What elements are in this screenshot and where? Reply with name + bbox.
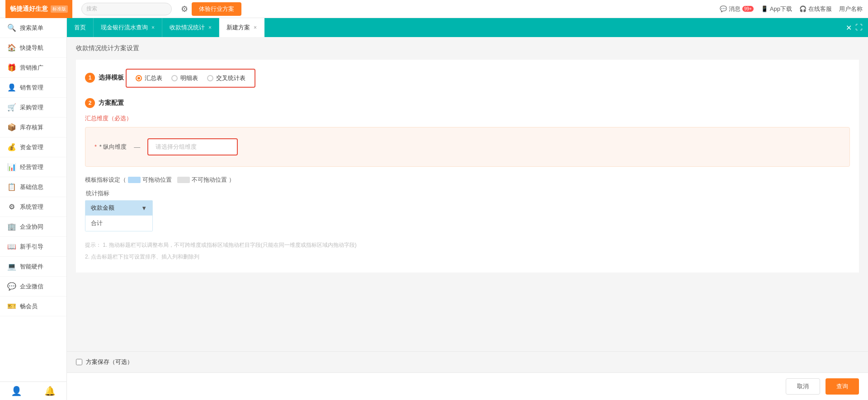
finance-icon: 💰 bbox=[7, 143, 16, 151]
sidebar-item-marketing[interactable]: 🎁营销推广 bbox=[0, 58, 66, 78]
tab-new-plan-close[interactable]: × bbox=[254, 24, 257, 31]
sales-icon: 👤 bbox=[7, 83, 16, 92]
enterprise-icon: 🏢 bbox=[7, 222, 16, 231]
dimension-label-text: 汇总维度（必选） bbox=[85, 115, 132, 122]
download-label: App下载 bbox=[770, 5, 792, 13]
download-btn[interactable]: 📱 App下载 bbox=[761, 5, 792, 13]
sidebar-item-finance[interactable]: 💰资金管理 bbox=[0, 137, 66, 157]
industry-btn[interactable]: 体验行业方案 bbox=[192, 2, 241, 16]
top-bar: 畅捷通好生意 标准版 搜索 ⚙ 体验行业方案 💬 消息 99+ 📱 App下载 … bbox=[0, 0, 868, 18]
radio-group-template: 汇总表 明细表 交叉统计表 bbox=[136, 74, 245, 82]
tab-expand-icon[interactable]: ⛶ bbox=[855, 24, 863, 32]
hint-1: 提示： 1. 拖动标题栏可以调整布局，不可跨维度或指标区域拖动栏目字段(只能在同… bbox=[85, 240, 850, 250]
metrics-dropdown-icon[interactable]: ▼ bbox=[141, 205, 147, 212]
radio-summary-circle bbox=[136, 75, 142, 81]
page-content: 收款情况统计方案设置 1 选择模板 汇总表 bbox=[67, 37, 868, 351]
step2-section: 2 方案配置 汇总维度（必选） * * 纵向维度 bbox=[85, 98, 850, 262]
home-label: 首页 bbox=[74, 24, 86, 32]
metrics-category-label: 统计指标 bbox=[85, 189, 157, 198]
sidebar-item-management[interactable]: 📊经营管理 bbox=[0, 157, 66, 177]
download-icon: 📱 bbox=[761, 5, 768, 12]
sidebar-item-purchase[interactable]: 🛒采购管理 bbox=[0, 98, 66, 118]
metrics-table-area: 统计指标 收款金额 ▼ 合计 bbox=[85, 189, 850, 231]
metrics-table-header[interactable]: 收款金额 ▼ bbox=[85, 201, 152, 216]
sales-label: 销售管理 bbox=[20, 84, 43, 92]
enterprise-label: 企业协同 bbox=[20, 223, 43, 231]
draggable-label: 可拖动位置 bbox=[142, 176, 172, 184]
user-name[interactable]: 用户名称 bbox=[839, 5, 863, 13]
sidebar-item-search[interactable]: 🔍搜索菜单 bbox=[0, 18, 66, 38]
tab-new-plan[interactable]: 新建方案 × bbox=[219, 18, 264, 37]
radio-summary[interactable]: 汇总表 bbox=[136, 74, 162, 82]
sidebar-item-system[interactable]: ⚙系统管理 bbox=[0, 197, 66, 217]
hint-section: 提示： 1. 拖动标题栏可以调整布局，不可跨维度或指标区域拖动栏目字段(只能在同… bbox=[85, 240, 850, 262]
non-draggable-label: 不可拖动位置 bbox=[192, 176, 227, 184]
dim-row-label-text: * 纵向维度 bbox=[99, 143, 127, 150]
query-button[interactable]: 查询 bbox=[826, 378, 859, 395]
quick-nav-label: 快捷导航 bbox=[20, 44, 43, 52]
sidebar-bottom-icon-2[interactable]: 🔔 bbox=[44, 386, 56, 396]
radio-cross-circle bbox=[207, 75, 213, 81]
top-bar-actions: 💬 消息 99+ 📱 App下载 🎧 在线客服 用户名称 bbox=[720, 5, 863, 13]
radio-cross-label: 交叉统计表 bbox=[216, 74, 245, 82]
management-label: 经营管理 bbox=[20, 163, 43, 171]
basic-info-label: 基础信息 bbox=[20, 183, 43, 191]
guide-label: 新手引导 bbox=[20, 243, 43, 251]
sidebar-bottom-icon-1[interactable]: 👤 bbox=[11, 386, 22, 396]
message-label: 消息 bbox=[729, 5, 741, 13]
sidebar-item-hardware[interactable]: 💻智能硬件 bbox=[0, 257, 66, 277]
search-label: 搜索菜单 bbox=[20, 24, 43, 32]
save-checkbox[interactable] bbox=[76, 359, 82, 365]
tab-new-plan-label: 新建方案 bbox=[226, 24, 250, 32]
sidebar-item-enterprise[interactable]: 🏢企业协同 bbox=[0, 217, 66, 237]
app-tag: 标准版 bbox=[51, 5, 68, 13]
sidebar-item-member[interactable]: 🎫畅会员 bbox=[0, 296, 66, 316]
sidebar-item-basic-info[interactable]: 📋基础信息 bbox=[0, 177, 66, 197]
tab-close-icon[interactable]: ✕ bbox=[846, 24, 852, 32]
step1-section: 1 选择模板 汇总表 明细表 bbox=[85, 69, 850, 89]
sidebar-nav: 🔍搜索菜单🏠快捷导航🎁营销推广👤销售管理🛒采购管理📦库存核算💰资金管理📊经营管理… bbox=[0, 18, 66, 316]
metrics-header: 模板指标设定（ 可拖动位置 不可拖动位置 ） bbox=[85, 176, 850, 184]
inventory-icon: 📦 bbox=[7, 123, 16, 132]
basic-info-icon: 📋 bbox=[7, 183, 16, 191]
top-search-bar[interactable]: 搜索 bbox=[81, 3, 172, 15]
sidebar-item-sales[interactable]: 👤销售管理 bbox=[0, 78, 66, 98]
tab-bank-flow-close[interactable]: × bbox=[151, 24, 155, 31]
radio-detail[interactable]: 明细表 bbox=[171, 74, 198, 82]
dimension-section: 汇总维度（必选） * * 纵向维度 — 请选择分组维度 bbox=[85, 114, 850, 167]
template-select-box: 汇总表 明细表 交叉统计表 bbox=[126, 69, 255, 88]
finance-label: 资金管理 bbox=[20, 143, 43, 151]
dim-select-input[interactable]: 请选择分组维度 bbox=[147, 138, 238, 155]
page-title: 收款情况统计方案设置 bbox=[76, 44, 859, 52]
non-draggable-legend: 不可拖动位置 bbox=[177, 176, 227, 184]
dim-select-placeholder: 请选择分组维度 bbox=[156, 143, 197, 151]
guide-icon: 📖 bbox=[7, 242, 16, 251]
wechat-label: 企业微信 bbox=[20, 282, 43, 291]
sidebar-item-wechat[interactable]: 💬企业微信 bbox=[0, 277, 66, 296]
tab-collection-close[interactable]: × bbox=[208, 24, 212, 31]
dim-required: * bbox=[94, 143, 97, 150]
step2-num: 2 bbox=[85, 98, 95, 108]
tab-collection[interactable]: 收款情况统计 × bbox=[162, 18, 219, 37]
sidebar-item-inventory[interactable]: 📦库存核算 bbox=[0, 118, 66, 137]
sidebar: 🔍搜索菜单🏠快捷导航🎁营销推广👤销售管理🛒采购管理📦库存核算💰资金管理📊经营管理… bbox=[0, 18, 67, 400]
radio-cross[interactable]: 交叉统计表 bbox=[207, 74, 245, 82]
non-draggable-color bbox=[177, 177, 190, 183]
tab-home[interactable]: 首页 bbox=[67, 18, 94, 37]
sidebar-item-guide[interactable]: 📖新手引导 bbox=[0, 237, 66, 257]
tab-bank-flow[interactable]: 现金银行流水查询 × bbox=[94, 18, 162, 37]
system-icon: ⚙ bbox=[7, 202, 16, 211]
metrics-table: 收款金额 ▼ 合计 bbox=[85, 200, 153, 231]
sidebar-item-quick-nav[interactable]: 🏠快捷导航 bbox=[0, 38, 66, 58]
member-label: 畅会员 bbox=[20, 302, 38, 311]
hardware-icon: 💻 bbox=[7, 262, 16, 271]
settings-icon[interactable]: ⚙ bbox=[181, 4, 188, 14]
search-icon: 🔍 bbox=[7, 24, 16, 32]
service-btn[interactable]: 🎧 在线客服 bbox=[799, 5, 832, 13]
hint-2: 2. 点击标题栏下拉可设置排序、插入列和删除列 bbox=[85, 252, 850, 262]
management-icon: 📊 bbox=[7, 163, 16, 171]
cancel-button[interactable]: 取消 bbox=[786, 378, 820, 395]
message-btn[interactable]: 💬 消息 99+ bbox=[720, 5, 754, 13]
search-placeholder: 搜索 bbox=[86, 5, 97, 13]
wechat-icon: 💬 bbox=[7, 282, 16, 291]
